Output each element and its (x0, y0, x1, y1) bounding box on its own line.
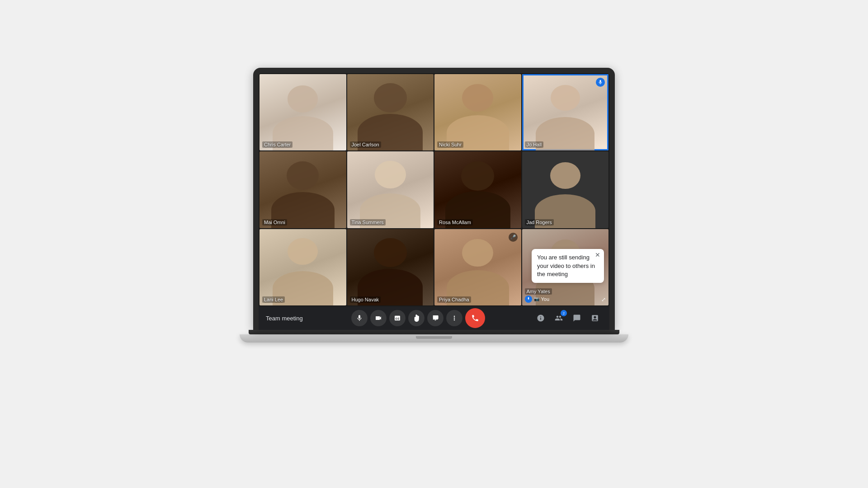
laptop-notch (416, 336, 452, 339)
self-camera-icon: 📷 (534, 296, 539, 301)
people-button[interactable]: 2 (552, 311, 566, 325)
screen: Chris Carter Joel Carlson Nicki Suhr (259, 73, 609, 330)
chat-button[interactable] (570, 311, 584, 325)
participant-name: Priya Chadha (437, 296, 471, 303)
participant-tile[interactable]: Mai Omni (259, 151, 346, 228)
participant-name: Tina Summers (350, 219, 386, 225)
laptop-base (240, 334, 628, 343)
video-grid: Chris Carter Joel Carlson Nicki Suhr (259, 73, 609, 306)
laptop: Chris Carter Joel Carlson Nicki Suhr (240, 68, 628, 420)
camera-button[interactable] (370, 310, 387, 326)
participant-name: Jo Hall (525, 141, 544, 148)
participant-tile[interactable]: Chris Carter (259, 74, 346, 150)
tooltip-close-button[interactable]: ✕ (595, 252, 600, 258)
participant-name: Mai Omni (262, 219, 287, 225)
speaking-indicator (596, 78, 605, 87)
participant-name: Lani Lee (262, 296, 285, 303)
raise-hand-button[interactable] (408, 310, 425, 326)
mic-button[interactable] (351, 310, 368, 326)
participant-name: Joel Carlson (350, 141, 381, 148)
expand-icon[interactable]: ⤢ (601, 296, 606, 303)
participant-name: Rosa McAllam (437, 219, 473, 225)
video-tooltip: ✕ You are still sending your video to ot… (532, 249, 604, 283)
participant-name: Nicki Suhr (437, 141, 463, 148)
controls-center (351, 308, 485, 328)
participant-name: Jad Rogers (525, 219, 554, 225)
controls-right: 2 (533, 311, 602, 325)
participant-tile[interactable]: Tina Summers (347, 151, 434, 228)
meeting-title: Team meeting (266, 315, 303, 322)
present-button[interactable] (427, 310, 443, 326)
people-count-badge: 2 (561, 310, 567, 316)
participant-tile[interactable]: Hugo Navak (347, 229, 434, 305)
activities-button[interactable] (588, 311, 602, 325)
participant-tile[interactable]: Lani Lee (259, 229, 346, 305)
muted-icon: 🎤 (509, 233, 518, 242)
tooltip-text: You are still sending your video to othe… (537, 254, 595, 277)
self-view-tile[interactable]: ✕ You are still sending your video to ot… (522, 229, 609, 305)
meeting-bar: Team meeting (259, 306, 609, 330)
participant-tile[interactable]: Nicki Suhr (434, 74, 521, 150)
participant-name: Hugo Navak (350, 296, 381, 303)
participant-tile[interactable]: Rosa McAllam (434, 151, 521, 228)
participant-tile[interactable]: 🎤 Priya Chadha (434, 229, 521, 305)
participant-tile-active[interactable]: Jo Hall (522, 74, 609, 150)
captions-button[interactable] (389, 310, 406, 326)
self-mic-icon (525, 296, 532, 303)
end-call-button[interactable] (465, 308, 485, 328)
screen-bezel: Chris Carter Joel Carlson Nicki Suhr (253, 68, 615, 330)
participant-name: Amy Yates (525, 288, 552, 295)
self-you-label: You (541, 296, 550, 302)
laptop-hinge (249, 330, 619, 334)
participant-name: Chris Carter (262, 141, 292, 148)
participant-tile[interactable]: Jad Rogers (522, 151, 609, 228)
participant-tile[interactable]: Joel Carlson (347, 74, 434, 150)
meeting-info-button[interactable] (533, 311, 548, 325)
more-options-button[interactable] (446, 310, 462, 326)
